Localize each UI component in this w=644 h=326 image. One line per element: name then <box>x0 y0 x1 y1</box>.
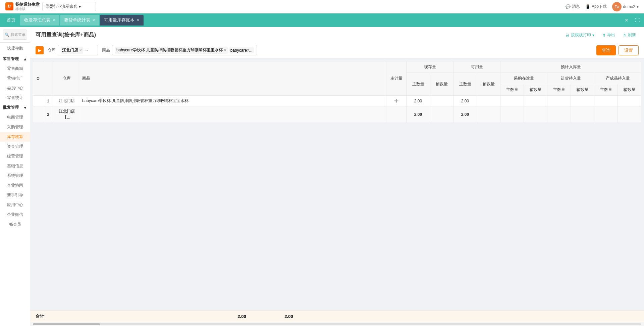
sidebar-item-finance[interactable]: 资金管理 <box>0 142 30 151</box>
sidebar-item-system[interactable]: 系统管理 <box>0 171 30 181</box>
product-tag-remove[interactable]: ✕ <box>224 48 226 52</box>
table-footer: 合计 2.00 2.00 <box>30 310 644 322</box>
sidebar-item-wholesale[interactable]: 批发管理 ▼ <box>0 103 30 112</box>
query-btn[interactable]: 查询 <box>596 45 616 55</box>
tab-close-income-summary[interactable]: ✕ <box>52 18 55 22</box>
tab-income-summary[interactable]: 收发存汇总表 ✕ <box>20 15 59 26</box>
th-warehouse: 仓库 <box>53 61 80 96</box>
sidebar-item-ecommerce[interactable]: 电商管理 <box>0 112 30 122</box>
th-purchase-aux: 辅数量 <box>524 84 547 96</box>
user-menu[interactable]: Ea demo2 ▾ <box>612 2 639 11</box>
nav-close-btn[interactable]: ✕ <box>623 16 631 24</box>
top-bar-right: 💬 消息 📱 App下载 Ea demo2 ▾ <box>566 2 639 11</box>
sidebar-item-retail-mall[interactable]: 零售商城 <box>0 64 30 74</box>
tab-home[interactable]: 首页 <box>3 15 19 26</box>
avatar: Ea <box>612 2 622 11</box>
group-stock-aux <box>430 106 453 123</box>
sidebar-item-operations[interactable]: 经营管理 <box>0 151 30 161</box>
logo-area: 好 畅捷通好生意 标准版 <box>5 2 40 11</box>
print-icon: 🖨 <box>566 33 570 38</box>
total-avail-main: 2.00 <box>277 314 301 319</box>
filter-actions: 查询 设置 <box>596 45 639 55</box>
sidebar-item-purchase[interactable]: 采购管理 <box>0 122 30 132</box>
setting-btn[interactable]: 设置 <box>619 45 639 55</box>
group-warehouse: 江北门店【... <box>53 106 80 123</box>
th-stock-main-qty: 主数量 <box>407 73 430 96</box>
th-purchase-transit: 采购在途量 <box>500 73 547 84</box>
sidebar-item-wechat[interactable]: 企业微信 <box>0 210 30 220</box>
group-purchase-main <box>500 106 524 123</box>
search-menu-btn[interactable]: 🔍 搜索菜单 <box>3 30 27 40</box>
tab-close-order-stats[interactable]: ✕ <box>92 18 95 22</box>
phone-icon: 📱 <box>585 4 590 9</box>
sidebar-item-basic[interactable]: 基础信息 <box>0 161 30 171</box>
warehouse-filter: 仓库 江北门店 ✕ ··· <box>48 45 98 55</box>
th-main-unit: 主计量 <box>386 61 407 96</box>
sidebar-item-retail-stats[interactable]: 零售统计 <box>0 93 30 103</box>
template-print-btn[interactable]: 🖨 按模板打印 ▾ <box>563 31 597 39</box>
cell-avail-main: 2.00 <box>453 96 477 106</box>
sidebar-item-marketing[interactable]: 营销推广 <box>0 74 30 83</box>
th-purchase-main: 主数量 <box>500 84 524 96</box>
sidebar-item-guide[interactable]: 新手引导 <box>0 190 30 200</box>
th-settings[interactable]: ⚙ <box>33 61 43 96</box>
total-label: 合计 <box>36 313 223 319</box>
th-available: 可用量 <box>453 61 500 73</box>
search-icon: 🔍 <box>5 33 9 37</box>
cell-incoming-aux <box>571 96 594 106</box>
th-production-pending: 产成品待入量 <box>594 73 641 84</box>
tab-available-stock[interactable]: 可用量库存账本 ✕ <box>100 15 144 26</box>
th-incoming-pending: 进货待入量 <box>547 73 594 84</box>
tab-order-stats[interactable]: 要货单统计表 ✕ <box>60 15 99 26</box>
main-layout: 🔍 搜索菜单 快捷导航 零售管理 ▲ 零售商城 营销推广 会员中心 零售统计 批… <box>0 27 644 326</box>
logo-icon: 好 <box>5 2 13 10</box>
nav-maximize-btn[interactable]: ⛶ <box>633 16 641 24</box>
refresh-btn[interactable]: ↻ 刷新 <box>621 31 639 39</box>
warehouse-tag-remove[interactable]: ✕ <box>79 48 82 52</box>
bottom-scroll[interactable] <box>30 322 644 326</box>
product-filter: 商品 babycare学饮杯 儿童防摔防撞吸管杯重力球吸嘴杯宝宝水杯 ✕ bab… <box>102 45 257 55</box>
page-header: 可用量查询(按仓库+商品) 🖨 按模板打印 ▾ ⬆ 导出 ↻ 刷新 <box>30 27 644 42</box>
group-no: 2 <box>43 106 53 123</box>
product-input[interactable]: babycare学饮杯 儿童防摔防撞吸管杯重力球吸嘴杯宝宝水杯 ✕ babyca… <box>112 45 257 55</box>
chevron-down-icon: ▼ <box>23 105 27 110</box>
app-download-btn[interactable]: 📱 App下载 <box>585 4 607 9</box>
user-chevron-icon: ▾ <box>637 4 639 9</box>
table-container[interactable]: ⚙ 仓库 商品 主计量 现存量 可用量 预计入库量 主数量 辅数量 主数量 辅数… <box>30 58 644 310</box>
tab-close-available-stock[interactable]: ✕ <box>137 18 140 22</box>
org-selector[interactable]: 母婴行业演示账套 ▾ <box>42 2 96 11</box>
top-bar: 好 畅捷通好生意 标准版 母婴行业演示账套 ▾ 💬 消息 📱 App下载 Ea … <box>0 0 644 13</box>
th-current-stock: 现存量 <box>407 61 453 73</box>
sidebar-item-vip[interactable]: 畅会员 <box>0 220 30 229</box>
th-avail-main-qty: 主数量 <box>453 73 477 96</box>
group-stock-main: 2.00 <box>407 106 430 123</box>
warehouse-ellipsis[interactable]: ··· <box>85 48 88 53</box>
warehouse-input[interactable]: 江北门店 ✕ ··· <box>58 45 98 55</box>
sidebar-item-enterprise[interactable]: 企业协同 <box>0 181 30 190</box>
group-settings <box>33 106 43 123</box>
logo-text: 畅捷通好生意 标准版 <box>15 2 40 11</box>
filter-toggle-btn[interactable]: ▶ <box>36 46 44 54</box>
table-row: 1 江北门店 babycare学饮杯 儿童防摔防撞吸管杯重力球吸嘴杯宝宝水杯 个… <box>33 96 641 106</box>
sidebar-item-appcenter[interactable]: 应用中心 <box>0 200 30 210</box>
message-btn[interactable]: 💬 消息 <box>566 4 580 9</box>
sidebar-item-quick-nav[interactable]: 快捷导航 <box>0 43 30 54</box>
th-incoming-main: 主数量 <box>547 84 571 96</box>
table-group-row: 2 江北门店【... 2.00 2.00 <box>33 106 641 123</box>
cell-production-aux <box>618 96 641 106</box>
scroll-track[interactable] <box>33 323 641 325</box>
group-purchase-aux <box>524 106 547 123</box>
filter-bar: ▶ 仓库 江北门店 ✕ ··· 商品 babycare学饮杯 儿童防摔防撞吸管杯… <box>30 42 644 58</box>
scroll-thumb[interactable] <box>33 323 100 325</box>
group-avail-main: 2.00 <box>453 106 477 123</box>
warehouse-label: 仓库 <box>48 47 56 53</box>
cell-warehouse: 江北门店 <box>53 96 80 106</box>
chevron-up-icon: ▲ <box>23 57 27 61</box>
sidebar-item-retail[interactable]: 零售管理 ▲ <box>0 54 30 64</box>
sidebar-item-member[interactable]: 会员中心 <box>0 83 30 93</box>
total-stock-main: 2.00 <box>230 314 254 319</box>
sidebar-item-inventory[interactable]: 库存核算 <box>0 132 30 142</box>
export-btn[interactable]: ⬆ 导出 <box>600 31 618 39</box>
cell-incoming-main <box>547 96 571 106</box>
chevron-down-icon: ▾ <box>592 33 594 38</box>
